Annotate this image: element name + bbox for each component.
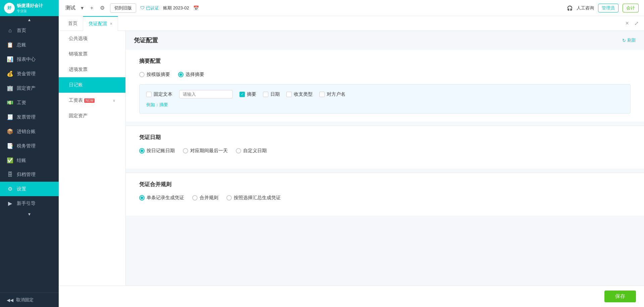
sidebar-item-capital[interactable]: 💰 资金管理 <box>0 67 59 81</box>
summary-options-row: 固定文本 ✓ 摘要 日期 <box>146 90 624 98</box>
sidebar-item-ledger[interactable]: 📋 总账 <box>0 38 59 52</box>
date-radio-group: 按日记账日期 对应期间最后一天 自定义日期 <box>139 148 631 154</box>
reports-icon: 📊 <box>7 56 13 62</box>
sidebar-item-archive[interactable]: 🗄 归档管理 <box>0 168 59 182</box>
chevron-down-icon: ∨ <box>113 98 115 103</box>
sidebar-item-settings[interactable]: ⚙ 设置 <box>0 182 59 196</box>
date-section: 凭证日期 按日记账日期 对应期间最后一天 <box>126 126 644 169</box>
scroll-up-btn[interactable]: ▲ <box>0 16 59 24</box>
sidebar-item-settle[interactable]: ✅ 结账 <box>0 153 59 168</box>
new-badge: NEW <box>84 98 95 103</box>
radio-single[interactable]: 单条记录生成凭证 <box>139 195 184 201</box>
radio-journal-date[interactable]: 按日记账日期 <box>139 148 175 154</box>
settle-icon: ✅ <box>7 157 13 164</box>
sidebar-item-guide[interactable]: ▶ 新手引导 <box>0 196 59 211</box>
guide-icon: ▶ <box>7 200 13 207</box>
checkbox-date-box <box>263 92 268 97</box>
sub-nav-journal[interactable]: 日记账 <box>59 77 125 93</box>
checkbox-counterparty-box <box>319 92 325 97</box>
radio-select-summary-circle <box>178 72 183 77</box>
sidebar-item-sales[interactable]: 📦 进销台账 <box>0 124 59 139</box>
summary-section: 摘要配置 按模版摘要 选择摘要 <box>126 50 644 122</box>
logo-icon: 好 <box>4 3 15 13</box>
checkbox-summary[interactable]: ✓ 摘要 <box>239 91 256 97</box>
add-btn[interactable]: + <box>89 4 95 12</box>
shield-icon: 🛡 <box>140 5 145 10</box>
sub-nav-payroll-table[interactable]: 工资表 NEW ∨ <box>59 93 125 108</box>
sidebar: ▲ ⌂ 首页 📋 总账 📊 报表中心 💰 资金管理 <box>0 16 59 307</box>
checkbox-counterparty[interactable]: 对方户名 <box>319 91 345 97</box>
checkbox-fixed-text-box <box>146 92 152 97</box>
home-icon: ⌂ <box>7 28 13 34</box>
tab-home[interactable]: 首页 <box>63 16 83 31</box>
archive-icon: 🗄 <box>7 172 13 178</box>
sidebar-item-payroll[interactable]: 💵 工资 <box>0 95 59 110</box>
tab-bar-right: × ⤢ <box>624 18 640 28</box>
page-title: 凭证配置 <box>134 36 158 44</box>
sub-nav-public[interactable]: 公共选项 <box>59 31 125 46</box>
certified-badge: 🛡 已认证 <box>140 5 159 11</box>
sidebar-item-invoice[interactable]: 🧾 发票管理 <box>0 110 59 124</box>
settings-sidebar-icon: ⚙ <box>7 186 13 192</box>
assets-icon: 🏢 <box>7 85 13 91</box>
ledger-icon: 📋 <box>7 42 13 48</box>
summary-radio-group: 按模版摘要 选择摘要 <box>139 72 631 78</box>
config-main: 凭证配置 ↻ 刷新 摘要配置 按模版摘要 <box>126 31 644 286</box>
pin-icon: ◀◀ <box>7 298 13 303</box>
sub-nav: 公共选项 销项发票 进项发票 日记账 工资表 NEW ∨ <box>59 31 126 286</box>
radio-template-circle <box>139 72 145 77</box>
sidebar-item-tax[interactable]: 📑 税务管理 <box>0 139 59 153</box>
project-name: 测试 <box>65 5 75 11</box>
example-text: 例如：摘要 <box>146 102 624 108</box>
top-bar: 好 畅捷通好会计 专业版 测试 ▾ + ⚙ 切到旧版 🛡 已认证 账期 2023… <box>0 0 644 16</box>
window-expand-btn[interactable]: ⤢ <box>633 19 640 28</box>
manager-btn[interactable]: 管理员 <box>598 4 619 12</box>
radio-select-merge[interactable]: 按照选择汇总生成凭证 <box>226 195 281 201</box>
fixed-text-input[interactable] <box>179 90 233 98</box>
radio-journal-date-circle <box>139 148 145 154</box>
sidebar-item-assets[interactable]: 🏢 固定资产 <box>0 81 59 95</box>
project-dropdown-btn[interactable]: ▾ <box>79 3 85 12</box>
cancel-fixed-btn[interactable]: ◀◀ 取消固定 <box>0 293 59 307</box>
radio-merge-rule[interactable]: 合并规则 <box>192 195 218 201</box>
checkbox-date[interactable]: 日期 <box>263 91 280 97</box>
summary-title: 摘要配置 <box>139 58 631 65</box>
radio-select-summary[interactable]: 选择摘要 <box>178 72 204 78</box>
accountant-btn[interactable]: 会计 <box>623 4 639 12</box>
logo-text: 畅捷通好会计 专业版 <box>17 3 43 13</box>
checkbox-pay-type[interactable]: 收支类型 <box>286 91 313 97</box>
sub-nav-purchase-invoice[interactable]: 进项发票 <box>59 62 125 77</box>
checkbox-summary-box: ✓ <box>239 92 245 97</box>
sub-nav-sales-invoice[interactable]: 销项发票 <box>59 46 125 62</box>
tab-active[interactable]: 凭证配置 × <box>83 16 118 31</box>
radio-merge-rule-circle <box>192 195 198 201</box>
merge-title: 凭证合并规则 <box>139 181 631 188</box>
calendar-icon: 📅 <box>193 5 199 11</box>
checkbox-fixed-text[interactable]: 固定文本 <box>146 91 172 97</box>
date-title: 凭证日期 <box>139 134 631 141</box>
sales-icon: 📦 <box>7 128 13 135</box>
tab-close-btn[interactable]: × <box>110 21 112 26</box>
radio-period-last-circle <box>183 148 188 154</box>
tax-icon: 📑 <box>7 143 13 149</box>
switch-btn[interactable]: 切到旧版 <box>110 3 136 13</box>
sidebar-item-home[interactable]: ⌂ 首页 <box>0 24 59 38</box>
save-btn[interactable]: 保存 <box>604 291 636 302</box>
radio-select-merge-circle <box>226 195 232 201</box>
radio-template[interactable]: 按模版摘要 <box>139 72 170 78</box>
sidebar-item-reports[interactable]: 📊 报表中心 <box>0 52 59 67</box>
settings-btn[interactable]: ⚙ <box>99 3 106 12</box>
payroll-icon: 💵 <box>7 99 13 106</box>
tab-bar: 首页 凭证配置 × × ⤢ <box>59 16 644 31</box>
consult-btn[interactable]: 人工咨询 <box>577 5 594 11</box>
sub-nav-fixed-assets[interactable]: 固定资产 <box>59 108 125 124</box>
radio-custom-date[interactable]: 自定义日期 <box>236 148 267 154</box>
bottom-bar: 保存 <box>59 286 644 307</box>
scroll-down-btn[interactable]: ▼ <box>0 211 59 218</box>
capital-icon: 💰 <box>7 71 13 77</box>
radio-period-last[interactable]: 对应期间最后一天 <box>183 148 228 154</box>
window-close-btn[interactable]: × <box>624 18 630 28</box>
headphone-icon: 🎧 <box>567 5 573 11</box>
sidebar-scroll: ▲ ⌂ 首页 📋 总账 📊 报表中心 💰 资金管理 <box>0 16 59 293</box>
refresh-btn[interactable]: ↻ 刷新 <box>622 37 636 43</box>
